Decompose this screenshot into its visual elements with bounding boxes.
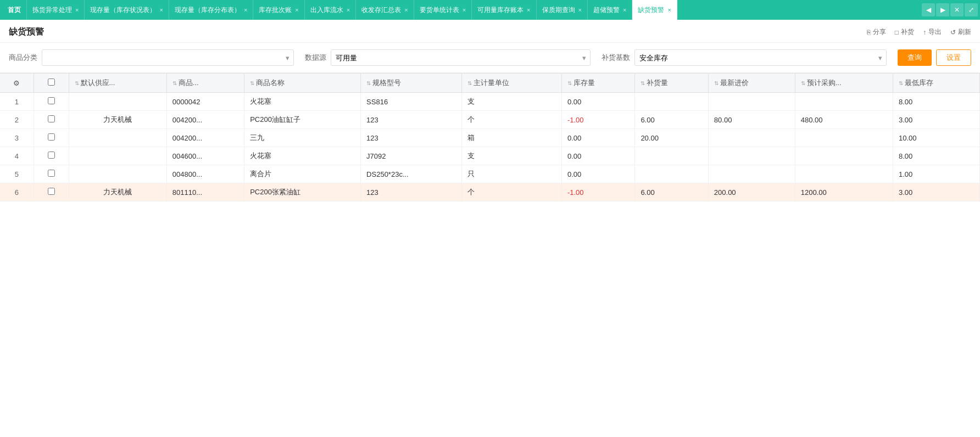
row-supplier-5: 力天机械 <box>69 183 166 201</box>
replenish-label: 补货 <box>901 27 914 37</box>
tab-11-label: 缺货预警 <box>638 5 664 15</box>
row-spec-1: 123 <box>361 111 461 129</box>
table-container: ⚙ 默认供应... 商品... 商品名称 规格型号 主计量单 <box>0 73 980 201</box>
row-min-stock-5: 3.00 <box>893 183 980 201</box>
tab-10[interactable]: 超储预警 × <box>588 0 632 20</box>
export-button[interactable]: ↑ 导出 <box>923 27 942 37</box>
tab-2-close[interactable]: × <box>159 7 163 13</box>
tab-home[interactable]: 首页 <box>2 0 27 20</box>
row-price-3 <box>708 147 795 165</box>
row-check-4[interactable] <box>34 165 69 183</box>
row-check-2[interactable] <box>34 129 69 147</box>
tab-expand-btn[interactable]: ⤢ <box>965 3 978 16</box>
tab-11-close[interactable]: × <box>667 7 671 13</box>
row-price-2 <box>708 129 795 147</box>
row-check-0[interactable] <box>34 93 69 111</box>
table-row: 1 0000042 火花塞 SS816 支 0.00 8.00 <box>0 93 980 111</box>
tab-5-close[interactable]: × <box>347 7 350 13</box>
th-min-stock[interactable]: 最低库存 <box>893 74 980 93</box>
th-supplier-label: 默认供应... <box>81 78 115 88</box>
row-unit-5: 个 <box>461 183 561 201</box>
row-min-stock-3: 8.00 <box>893 147 980 165</box>
tab-5[interactable]: 出入库流水 × <box>305 0 356 20</box>
query-button[interactable]: 查询 <box>898 49 932 66</box>
tab-2[interactable]: 现存量（库存状况表） × <box>85 0 169 20</box>
th-supplier[interactable]: 默认供应... <box>69 74 166 93</box>
filter-category-select[interactable] <box>42 49 294 66</box>
tab-4-label: 库存批次账 <box>259 5 292 15</box>
row-price-0 <box>708 93 795 111</box>
filter-group-basis: 补货基数 安全库存 <box>602 49 887 66</box>
tab-8[interactable]: 可用量库存账本 × <box>472 0 536 20</box>
filter-datasource-wrapper: 可用量 <box>331 49 590 66</box>
row-supplier-4 <box>69 165 166 183</box>
tab-1-close[interactable]: × <box>75 7 79 13</box>
table-row: 3 004200... 三九 123 箱 0.00 20.00 10.00 <box>0 129 980 147</box>
th-name[interactable]: 商品名称 <box>244 74 361 93</box>
row-unit-0: 支 <box>461 93 561 111</box>
tab-9-label: 保质期查询 <box>542 5 575 15</box>
row-min-stock-4: 1.00 <box>893 165 980 183</box>
tab-6-close[interactable]: × <box>404 7 408 13</box>
row-stock-4: 0.00 <box>561 165 634 183</box>
tab-prev-btn[interactable]: ◀ <box>922 3 935 16</box>
filter-basis-select[interactable]: 安全库存 <box>634 49 887 66</box>
tab-8-close[interactable]: × <box>527 7 530 13</box>
row-num-2: 3 <box>0 129 34 147</box>
page-title: 缺货预警 <box>9 26 44 38</box>
header-actions: ⎘ 分享 □ 补货 ↑ 导出 ↺ 刷新 <box>867 27 971 37</box>
row-code-3: 004600... <box>166 147 244 165</box>
tab-3-close[interactable]: × <box>244 7 247 13</box>
row-check-1[interactable] <box>34 111 69 129</box>
row-spec-2: 123 <box>361 129 461 147</box>
tab-7[interactable]: 要货单统计表 × <box>414 0 472 20</box>
tab-6[interactable]: 收发存汇总表 × <box>356 0 414 20</box>
table-body: 1 0000042 火花塞 SS816 支 0.00 8.00 2 力天机械 0… <box>0 93 980 201</box>
row-check-3[interactable] <box>34 147 69 165</box>
row-name-4: 离合片 <box>244 165 361 183</box>
th-unit[interactable]: 主计量单位 <box>461 74 561 93</box>
tab-3[interactable]: 现存量（库存分布表） × <box>169 0 253 20</box>
row-stock-2: 0.00 <box>561 129 634 147</box>
refresh-button[interactable]: ↺ 刷新 <box>950 27 971 37</box>
tab-10-close[interactable]: × <box>623 7 626 13</box>
th-replenish[interactable]: 补货量 <box>635 74 708 93</box>
th-checkbox[interactable] <box>34 74 69 93</box>
tab-next-btn[interactable]: ▶ <box>936 3 949 16</box>
th-estimate[interactable]: 预计采购... <box>795 74 893 93</box>
tab-nav-controls: ◀ ▶ ✕ ⤢ <box>922 3 978 16</box>
th-spec[interactable]: 规格型号 <box>361 74 461 93</box>
th-price[interactable]: 最新进价 <box>708 74 795 93</box>
row-supplier-2 <box>69 129 166 147</box>
th-stock[interactable]: 库存量 <box>561 74 634 93</box>
tab-9[interactable]: 保质期查询 × <box>537 0 588 20</box>
th-name-label: 商品名称 <box>256 78 285 88</box>
tab-11[interactable]: 缺货预警 × <box>632 0 677 20</box>
tab-4-close[interactable]: × <box>295 7 298 13</box>
th-code[interactable]: 商品... <box>166 74 244 93</box>
filter-datasource-select[interactable]: 可用量 <box>331 49 590 66</box>
tab-bar: 首页 拣货异常处理 × 现存量（库存状况表） × 现存量（库存分布表） × 库存… <box>0 0 980 20</box>
th-settings[interactable]: ⚙ <box>0 74 34 93</box>
settings-button[interactable]: 设置 <box>936 49 971 66</box>
tab-5-label: 出入库流水 <box>310 5 343 15</box>
row-supplier-3 <box>69 147 166 165</box>
tab-close-all-btn[interactable]: ✕ <box>950 3 964 16</box>
tab-9-close[interactable]: × <box>578 7 582 13</box>
select-all-checkbox[interactable] <box>48 79 55 86</box>
filter-bar: 商品分类 数据源 可用量 补货基数 安全库存 <box>0 43 980 73</box>
th-spec-label: 规格型号 <box>372 78 401 88</box>
tab-1[interactable]: 拣货异常处理 × <box>27 0 85 20</box>
tab-2-label: 现存量（库存状况表） <box>90 5 156 15</box>
refresh-label: 刷新 <box>958 27 971 37</box>
row-code-2: 004200... <box>166 129 244 147</box>
page-content: 缺货预警 ⎘ 分享 □ 补货 ↑ 导出 ↺ 刷新 商品分类 <box>0 20 980 437</box>
replenish-button[interactable]: □ 补货 <box>895 27 914 37</box>
share-button[interactable]: ⎘ 分享 <box>867 27 886 37</box>
row-check-5[interactable] <box>34 183 69 201</box>
tab-4[interactable]: 库存批次账 × <box>253 0 304 20</box>
tab-7-close[interactable]: × <box>463 7 466 13</box>
row-num-0: 1 <box>0 93 34 111</box>
share-label: 分享 <box>873 27 886 37</box>
filter-group-category: 商品分类 <box>9 49 294 66</box>
